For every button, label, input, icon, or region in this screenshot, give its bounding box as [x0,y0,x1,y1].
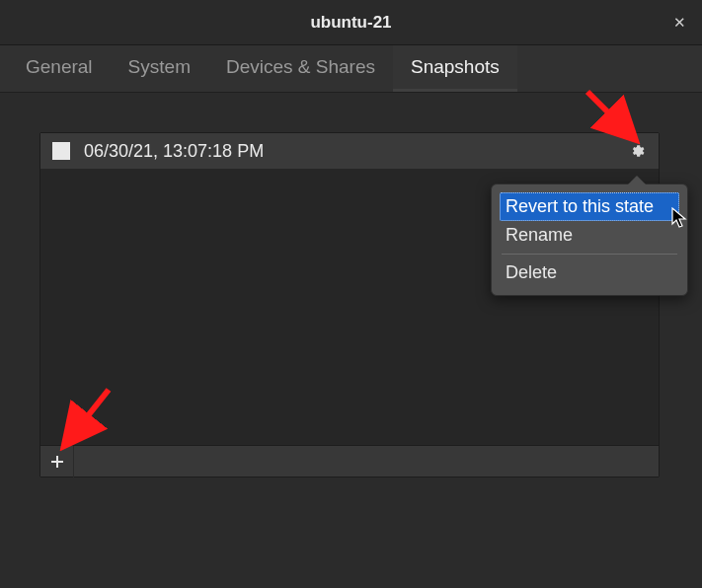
gear-icon[interactable] [623,137,651,165]
add-snapshot-button[interactable] [40,446,74,478]
toolbar-bottom [40,445,659,477]
snapshot-timestamp: 06/30/21, 13:07:18 PM [84,141,623,162]
plus-icon [50,455,64,469]
close-icon[interactable]: ✕ [668,12,690,34]
menu-item-delete[interactable]: Delete [500,258,679,287]
tab-devices-shares[interactable]: Devices & Shares [208,45,393,92]
tab-general[interactable]: General [8,45,111,92]
tab-bar: General System Devices & Shares Snapshot… [0,45,702,93]
menu-separator [502,254,677,255]
snapshot-context-menu: Revert to this state Rename Delete [491,184,688,296]
snapshot-row[interactable]: 06/30/21, 13:07:18 PM [40,133,659,169]
tab-snapshots[interactable]: Snapshots [393,45,517,92]
menu-item-rename[interactable]: Rename [500,221,679,250]
menu-item-revert[interactable]: Revert to this state [500,192,679,221]
window-title: ubuntu-21 [310,13,391,33]
snapshot-thumbnail-icon [52,142,70,160]
titlebar: ubuntu-21 ✕ [0,0,702,45]
tab-system[interactable]: System [111,45,208,92]
